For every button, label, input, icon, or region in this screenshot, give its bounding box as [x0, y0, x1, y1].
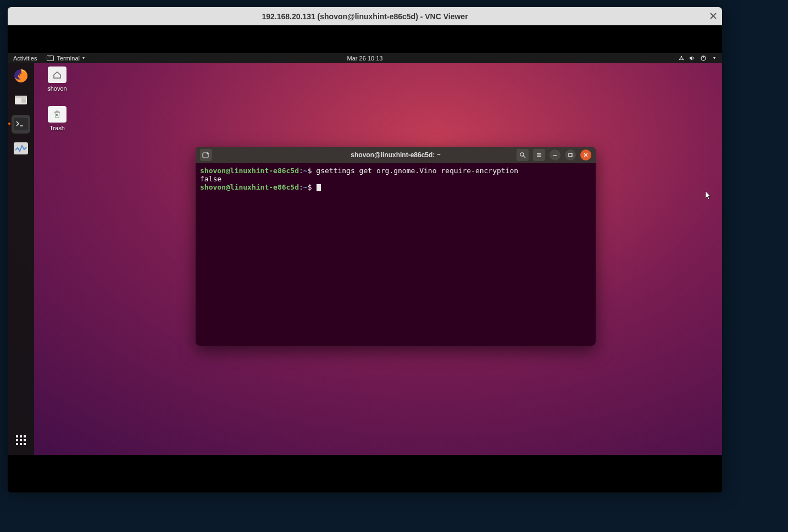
svg-rect-7 [15, 96, 27, 98]
window-minimize-button[interactable] [550, 149, 561, 160]
svg-line-17 [524, 156, 525, 158]
terminal-cmd-1: gsettings get org.gnome.Vino require-enc… [316, 167, 518, 175]
topbar-left: Activities Terminal ▾ [8, 53, 89, 63]
network-icon [678, 55, 685, 62]
files-icon [13, 92, 29, 108]
maximize-icon [568, 152, 573, 158]
svg-rect-8 [21, 98, 26, 103]
prompt-sym: $ [308, 183, 312, 191]
power-icon [700, 55, 707, 62]
topbar-clock[interactable]: Mar 26 10:13 [347, 55, 383, 62]
firefox-icon [13, 68, 29, 84]
prompt-path: ~ [303, 167, 308, 175]
mouse-cursor-icon [706, 191, 712, 200]
terminal-app-icon [47, 56, 54, 61]
svg-point-16 [520, 153, 524, 156]
desktop-icon-trash[interactable]: Trash [41, 106, 74, 131]
close-icon [583, 152, 589, 158]
topbar-status-area[interactable]: ▾ [678, 55, 722, 62]
terminal-titlebar[interactable]: shovon@linuxhint-e86c5d: ~ [196, 147, 596, 163]
terminal-window[interactable]: shovon@linuxhint-e86c5d: ~ [196, 147, 596, 346]
volume-icon [689, 55, 696, 62]
prompt-path: ~ [303, 183, 308, 191]
appmenu-label: Terminal [57, 55, 80, 62]
prompt-sep: : [299, 167, 303, 175]
dock-system-monitor[interactable] [12, 139, 30, 158]
terminal-out-1: false [200, 175, 221, 183]
terminal-menu-button[interactable] [533, 149, 545, 161]
activities-button[interactable]: Activities [8, 53, 42, 63]
dock-show-applications[interactable] [12, 431, 30, 450]
vnc-title-text: 192.168.20.131 (shovon@linuxhint-e86c5d)… [262, 12, 468, 21]
apps-grid-icon [16, 435, 26, 445]
ubuntu-desktop: Activities Terminal ▾ Mar 26 10:13 [8, 53, 722, 455]
window-close-button[interactable] [580, 149, 591, 160]
vnc-close-button[interactable] [707, 9, 720, 23]
trash-icon [48, 106, 66, 123]
dock-files[interactable] [12, 91, 30, 109]
system-monitor-icon [14, 142, 28, 154]
prompt-sym: $ [308, 167, 312, 175]
vnc-body: Activities Terminal ▾ Mar 26 10:13 [8, 25, 722, 492]
terminal-title: shovon@linuxhint-e86c5d: ~ [351, 151, 440, 159]
window-maximize-button[interactable] [565, 149, 576, 160]
terminal-cursor [317, 184, 321, 191]
prompt-user: shovon@linuxhint-e86c5d [200, 167, 299, 175]
dock-terminal[interactable] [12, 115, 30, 134]
svg-rect-9 [14, 118, 28, 130]
desktop-area[interactable]: shovon Trash [8, 63, 722, 455]
desktop-icon-home-label: shovon [41, 85, 74, 92]
chevron-down-icon: ▾ [711, 55, 718, 62]
chevron-down-icon: ▾ [82, 56, 85, 60]
terminal-body[interactable]: shovon@linuxhint-e86c5d:~$ gsettings get… [196, 163, 596, 195]
gnome-topbar: Activities Terminal ▾ Mar 26 10:13 [8, 53, 722, 63]
terminal-new-tab-button[interactable] [200, 149, 212, 161]
prompt-user: shovon@linuxhint-e86c5d [200, 183, 299, 191]
vnc-window: 192.168.20.131 (shovon@linuxhint-e86c5d)… [8, 7, 722, 492]
terminal-icon [14, 118, 28, 130]
desktop-icon-home[interactable]: shovon [41, 66, 74, 92]
terminal-search-button[interactable] [517, 149, 529, 161]
hamburger-icon [536, 152, 542, 158]
dock-firefox[interactable] [12, 66, 30, 85]
new-tab-icon [202, 152, 210, 158]
appmenu-terminal[interactable]: Terminal ▾ [42, 55, 89, 62]
minimize-icon [552, 152, 558, 158]
prompt-sep: : [299, 183, 303, 191]
clock-text: Mar 26 10:13 [347, 55, 383, 62]
desktop-icon-trash-label: Trash [41, 125, 74, 131]
search-icon [519, 152, 526, 158]
close-icon [710, 13, 717, 19]
dock [8, 63, 34, 455]
home-folder-icon [48, 66, 66, 83]
vnc-titlebar[interactable]: 192.168.20.131 (shovon@linuxhint-e86c5d)… [8, 7, 722, 25]
svg-rect-22 [569, 153, 572, 157]
activities-label: Activities [13, 55, 37, 62]
